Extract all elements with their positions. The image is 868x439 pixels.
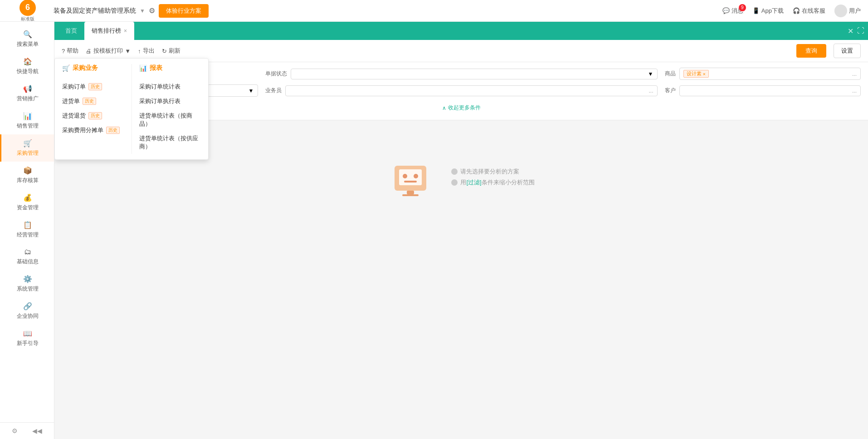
- doc-status-filter-item: 单据状态 ▼: [265, 69, 658, 79]
- sidebar-item-quick[interactable]: 🏠 快捷导航: [0, 53, 54, 80]
- sidebar-bottom: ⚙ ◀◀: [0, 422, 54, 439]
- collapse-icon: ∧: [442, 105, 446, 111]
- sidebar-item-label: 基础信息: [17, 258, 39, 266]
- print-label: 按模板打印: [93, 47, 123, 55]
- empty-hint-2-text: 用[过滤]条件来缩小分析范围: [460, 178, 534, 187]
- sidebar-item-label: 搜索菜单: [17, 40, 39, 48]
- logo-subtitle: 标准版: [21, 16, 34, 22]
- doc-status-arrow: ▼: [648, 71, 653, 77]
- goods-tag-close[interactable]: ×: [703, 71, 706, 77]
- empty-hint-1: 请先选择要分析的方案: [451, 168, 519, 176]
- online-service-button[interactable]: 🎧 在线客服: [793, 7, 825, 15]
- sidebar-item-label: 营销推广: [17, 95, 39, 103]
- goods-control[interactable]: 设计素 × ...: [679, 68, 861, 80]
- dropdown-item-purchase-order[interactable]: 采购订单 历史: [62, 79, 124, 94]
- logo-icon: 6: [20, 0, 36, 16]
- app-download-button[interactable]: 📱 App下载: [752, 7, 784, 15]
- tab-close-icon[interactable]: ×: [124, 28, 127, 34]
- sidebar-item-marketing[interactable]: 📢 营销推广: [0, 80, 54, 107]
- sidebar-item-label: 快捷导航: [17, 68, 39, 75]
- help-label: 帮助: [67, 47, 78, 55]
- sidebar-item-system[interactable]: ⚙️ 系统管理: [0, 270, 54, 297]
- sidebar-settings-button[interactable]: ⚙: [12, 427, 18, 434]
- dropdown-item-po-exec[interactable]: 采购订单执行表: [139, 94, 201, 109]
- tabbar-actions: ✕ ⛶: [848, 27, 864, 35]
- dropdown-item-inbound-stats-supplier[interactable]: 进货单统计表（按供应商）: [139, 131, 201, 154]
- sidebar-item-operations[interactable]: 📋 经营管理: [0, 216, 54, 243]
- industry-button[interactable]: 体验行业方案: [159, 4, 209, 18]
- goods-tag-text: 设计素: [687, 70, 702, 77]
- online-service-label: 在线客服: [802, 7, 825, 15]
- return-label: 进货退货: [62, 112, 86, 120]
- refresh-button[interactable]: ↻ 刷新: [162, 47, 180, 55]
- tabbar-expand-button[interactable]: ⛶: [857, 27, 864, 35]
- dropdown-item-inbound-stats-goods[interactable]: 进货单统计表（按商品）: [139, 109, 201, 131]
- print-button[interactable]: 🖨 按模板打印 ▼: [86, 47, 131, 55]
- sidebar-item-purchase[interactable]: 🛒 采购管理: [0, 134, 54, 162]
- salesperson-filter-item: 业务员 ...: [265, 85, 658, 96]
- goods-inner: 设计素 ×: [683, 70, 850, 78]
- export-button[interactable]: ↑ 导出: [138, 47, 155, 55]
- collapse-label: 收起更多条件: [448, 104, 481, 112]
- tab-home-label: 首页: [65, 27, 77, 35]
- empty-text-container: 请先选择要分析的方案 用[过滤]条件来缩小分析范围: [451, 168, 534, 187]
- purchase-order-history-badge: 历史: [88, 83, 102, 90]
- tabbar-close-button[interactable]: ✕: [848, 27, 853, 35]
- salesperson-control[interactable]: ...: [285, 85, 658, 96]
- message-badge: 9: [739, 4, 746, 11]
- refresh-icon: ↻: [162, 48, 167, 54]
- home-icon: 🏠: [23, 57, 32, 66]
- system-icon: ⚙️: [23, 275, 32, 283]
- help-button[interactable]: ? 帮助: [62, 47, 78, 55]
- dropdown-item-inbound[interactable]: 进货单 历史: [62, 94, 124, 109]
- report-col-title: 报表: [150, 64, 162, 72]
- purchase-dropdown-menu: 🛒 采购业务 采购订单 历史 进货单 历史: [54, 58, 209, 160]
- tab-sales-rank[interactable]: 销售排行榜 ×: [84, 22, 134, 40]
- user-label: 用户: [849, 7, 861, 15]
- enterprise-icon: 🔗: [23, 302, 32, 311]
- svg-rect-6: [402, 194, 419, 196]
- headset-icon: 🎧: [793, 7, 800, 14]
- doc-status-control[interactable]: ▼: [291, 69, 658, 79]
- user-menu-button[interactable]: 用户: [834, 5, 861, 17]
- sidebar-collapse-button[interactable]: ◀◀: [32, 427, 42, 434]
- query-button[interactable]: 查询: [796, 44, 826, 58]
- dropdown-item-po-stats[interactable]: 采购订单统计表: [139, 79, 201, 94]
- customer-label: 客户: [665, 87, 676, 94]
- dropdown-item-return[interactable]: 进货退货 历史: [62, 109, 124, 123]
- sidebar-item-label: 采购管理: [17, 149, 39, 157]
- sidebar-item-search[interactable]: 🔍 搜索菜单: [0, 25, 54, 53]
- page-content: ? 帮助 🖨 按模板打印 ▼ ↑ 导出 ↻ 刷新 查询 设置: [54, 40, 868, 439]
- phone-icon: 📱: [752, 7, 760, 14]
- expense-history-badge: 历史: [106, 127, 120, 134]
- goods-label: 商品: [665, 70, 676, 78]
- message-icon: 💬: [722, 7, 730, 14]
- sidebar-item-label: 企业协同: [17, 312, 39, 320]
- title-arrow-icon[interactable]: ▼: [140, 8, 145, 14]
- sidebar-item-label: 系统管理: [17, 285, 39, 293]
- topbar: 6 标准版 装备及固定资产辅助管理系统 ▼ ⚙ 体验行业方案 💬 消息 9 📱 …: [0, 0, 868, 22]
- sidebar-item-inventory[interactable]: 📦 库存核算: [0, 162, 54, 189]
- system-title: 装备及固定资产辅助管理系统: [54, 7, 136, 15]
- help-icon: ?: [62, 48, 65, 54]
- tab-home[interactable]: 首页: [58, 22, 84, 40]
- settings-button[interactable]: 设置: [834, 44, 861, 58]
- goods-dots: ...: [852, 71, 857, 77]
- sidebar-item-sales[interactable]: 📊 销售管理: [0, 107, 54, 134]
- message-button[interactable]: 💬 消息 9: [722, 7, 743, 15]
- dropdown-item-expense[interactable]: 采购费用分摊单 历史: [62, 123, 124, 138]
- sidebar-item-label: 销售管理: [17, 122, 39, 130]
- sidebar-item-enterprise[interactable]: 🔗 企业协同: [0, 297, 54, 325]
- purchase-col-header: 🛒 采购业务: [62, 64, 124, 75]
- sidebar-item-basic[interactable]: 🗂 基础信息: [0, 243, 54, 270]
- guide-icon: 📖: [23, 329, 32, 338]
- empty-hint-2: 用[过滤]条件来缩小分析范围: [451, 178, 534, 187]
- sidebar-item-guide[interactable]: 📖 新手引导: [0, 325, 54, 352]
- logo: 6 标准版: [7, 0, 48, 22]
- settings-icon[interactable]: ⚙: [149, 6, 155, 15]
- sidebar-item-finance[interactable]: 💰 资金管理: [0, 189, 54, 216]
- goods-tag: 设计素 ×: [683, 70, 709, 78]
- inbound-history-badge: 历史: [83, 98, 96, 105]
- salesperson-label: 业务员: [265, 87, 282, 94]
- customer-control[interactable]: ...: [679, 85, 861, 96]
